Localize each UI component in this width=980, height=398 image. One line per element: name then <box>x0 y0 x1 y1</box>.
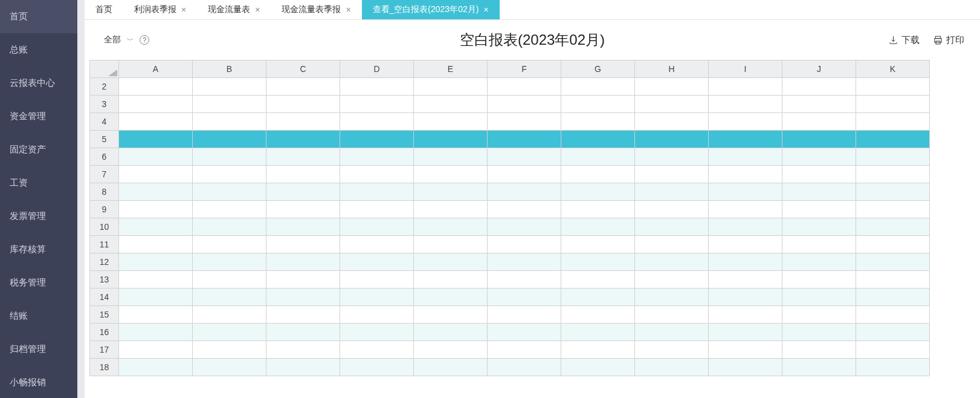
cell[interactable] <box>635 148 709 166</box>
cell[interactable] <box>635 131 709 148</box>
cell[interactable] <box>414 324 488 341</box>
cell[interactable] <box>856 359 930 376</box>
cell[interactable] <box>414 253 488 271</box>
cell[interactable] <box>488 253 561 271</box>
row-header[interactable]: 11 <box>90 236 119 253</box>
cell[interactable] <box>340 253 414 271</box>
tab-1[interactable]: 利润表季报× <box>123 0 197 19</box>
cell[interactable] <box>340 113 414 131</box>
cell[interactable] <box>193 113 266 131</box>
cell[interactable] <box>488 201 561 218</box>
cell[interactable] <box>635 236 709 253</box>
cell[interactable] <box>635 96 709 113</box>
cell[interactable] <box>856 289 930 306</box>
cell[interactable] <box>488 306 561 324</box>
cell[interactable] <box>266 78 340 96</box>
cell[interactable] <box>709 289 782 306</box>
cell[interactable] <box>119 271 193 289</box>
cell[interactable] <box>266 131 340 148</box>
row-header[interactable]: 2 <box>90 78 119 96</box>
spreadsheet-area[interactable]: ABCDEFGHIJK 23456789101112131415161718 <box>85 60 980 398</box>
cell[interactable] <box>119 96 193 113</box>
cell[interactable] <box>119 218 193 236</box>
cell[interactable] <box>709 218 782 236</box>
sidebar-item-cloud-report[interactable]: 云报表中心 <box>0 67 77 100</box>
cell[interactable] <box>266 166 340 183</box>
cell[interactable] <box>340 78 414 96</box>
cell[interactable] <box>340 201 414 218</box>
cell[interactable] <box>414 271 488 289</box>
cell[interactable] <box>635 306 709 324</box>
cell[interactable] <box>414 113 488 131</box>
cell[interactable] <box>193 96 266 113</box>
help-icon[interactable]: ? <box>140 35 149 45</box>
cell[interactable] <box>414 183 488 201</box>
cell[interactable] <box>782 148 856 166</box>
cell[interactable] <box>782 253 856 271</box>
cell[interactable] <box>709 183 782 201</box>
column-header[interactable]: F <box>488 60 561 78</box>
cell[interactable] <box>561 253 635 271</box>
cell[interactable] <box>340 218 414 236</box>
cell[interactable] <box>414 201 488 218</box>
cell[interactable] <box>782 166 856 183</box>
cell[interactable] <box>414 236 488 253</box>
cell[interactable] <box>561 201 635 218</box>
cell[interactable] <box>709 306 782 324</box>
cell[interactable] <box>193 201 266 218</box>
row-header[interactable]: 5 <box>90 131 119 148</box>
column-header[interactable]: J <box>782 60 856 78</box>
cell[interactable] <box>856 306 930 324</box>
cell[interactable] <box>266 359 340 376</box>
cell[interactable] <box>561 131 635 148</box>
cell[interactable] <box>561 96 635 113</box>
cell[interactable] <box>635 359 709 376</box>
cell[interactable] <box>856 166 930 183</box>
cell[interactable] <box>635 183 709 201</box>
cell[interactable] <box>635 218 709 236</box>
cell[interactable] <box>488 148 561 166</box>
cell[interactable] <box>782 218 856 236</box>
cell[interactable] <box>635 78 709 96</box>
cell[interactable] <box>119 131 193 148</box>
cell[interactable] <box>340 183 414 201</box>
cell[interactable] <box>856 148 930 166</box>
column-header[interactable]: C <box>266 60 340 78</box>
cell[interactable] <box>856 271 930 289</box>
row-header[interactable]: 14 <box>90 289 119 306</box>
cell[interactable] <box>635 324 709 341</box>
cell[interactable] <box>561 359 635 376</box>
cell[interactable] <box>340 166 414 183</box>
cell[interactable] <box>193 218 266 236</box>
sidebar-item-invoice[interactable]: 发票管理 <box>0 200 77 233</box>
cell[interactable] <box>561 236 635 253</box>
cell[interactable] <box>488 324 561 341</box>
cell[interactable] <box>119 253 193 271</box>
sidebar-item-funds[interactable]: 资金管理 <box>0 100 77 133</box>
cell[interactable] <box>782 236 856 253</box>
cell[interactable] <box>119 341 193 359</box>
column-header[interactable]: H <box>635 60 709 78</box>
row-header[interactable]: 9 <box>90 201 119 218</box>
cell[interactable] <box>340 271 414 289</box>
cell[interactable] <box>488 218 561 236</box>
row-header[interactable]: 18 <box>90 359 119 376</box>
cell[interactable] <box>709 271 782 289</box>
cell[interactable] <box>266 253 340 271</box>
cell[interactable] <box>782 78 856 96</box>
cell[interactable] <box>856 78 930 96</box>
cell[interactable] <box>635 271 709 289</box>
filter-dropdown[interactable]: 全部 <box>104 34 121 45</box>
cell[interactable] <box>414 218 488 236</box>
cell[interactable] <box>561 183 635 201</box>
cell[interactable] <box>119 289 193 306</box>
tab-3[interactable]: 现金流量表季报× <box>271 0 361 19</box>
cell[interactable] <box>193 78 266 96</box>
column-header[interactable]: A <box>119 60 193 78</box>
close-icon[interactable]: × <box>346 5 350 15</box>
cell[interactable] <box>266 306 340 324</box>
row-header[interactable]: 17 <box>90 341 119 359</box>
sidebar-item-archive[interactable]: 归档管理 <box>0 333 77 366</box>
cell[interactable] <box>119 148 193 166</box>
cell[interactable] <box>414 148 488 166</box>
